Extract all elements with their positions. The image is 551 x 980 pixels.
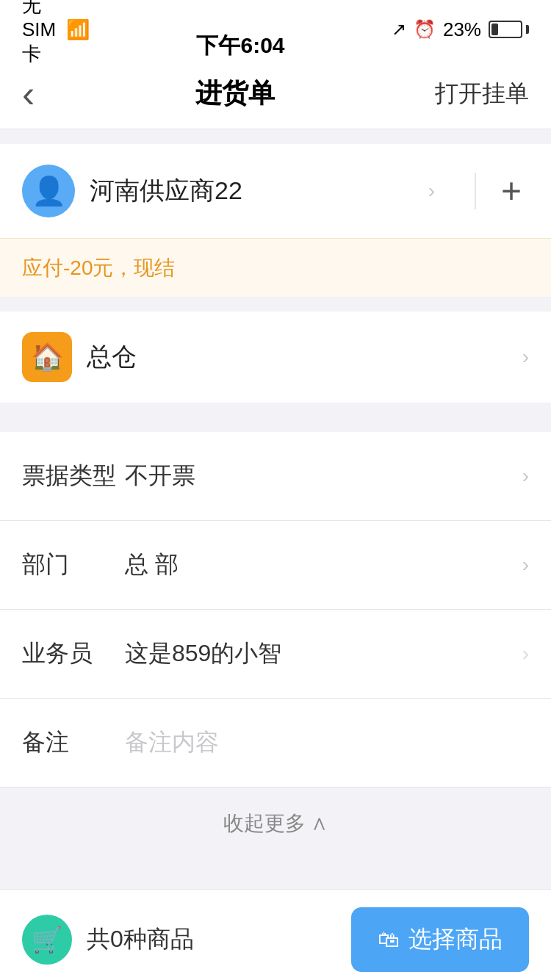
salesperson-chevron-icon: ›	[522, 642, 529, 666]
salesperson-row[interactable]: 业务员 这是859的小智 ›	[0, 610, 551, 699]
warehouse-icon: 🏠	[31, 342, 64, 372]
invoice-type-row[interactable]: 票据类型 不开票 ›	[0, 432, 551, 521]
nav-bar: ‹ 进货单 打开挂单	[0, 59, 551, 129]
product-count: 共0种商品	[87, 923, 351, 956]
supplier-avatar: 👤	[22, 165, 75, 217]
warehouse-chevron-icon: ›	[522, 345, 529, 369]
section-divider-1	[0, 129, 551, 144]
section-divider-2	[0, 297, 551, 311]
product-icon-wrap: 🛒	[22, 915, 72, 965]
invoice-type-chevron-icon: ›	[522, 464, 529, 488]
open-pending-button[interactable]: 打开挂单	[435, 78, 529, 110]
person-icon: 👤	[32, 175, 66, 207]
remarks-row[interactable]: 备注 备注内容	[0, 699, 551, 787]
page-title: 进货单	[195, 76, 275, 112]
department-value: 总 部	[125, 549, 515, 581]
invoice-type-label: 票据类型	[22, 460, 125, 492]
add-supplier-button[interactable]: +	[494, 173, 529, 209]
supplier-row[interactable]: 👤 河南供应商22 › +	[0, 144, 551, 238]
section-divider-4	[0, 860, 551, 874]
wifi-icon: 📶	[66, 18, 90, 41]
invoice-type-value: 不开票	[125, 460, 515, 492]
alert-banner: 应付-20元，现结	[0, 238, 551, 297]
warehouse-name: 总仓	[87, 340, 522, 374]
back-button[interactable]: ‹	[22, 75, 35, 113]
select-product-icon: 🛍	[378, 927, 400, 952]
status-left: 无 SIM 卡 📶	[22, 0, 90, 67]
collapse-section[interactable]: 收起更多 ∧	[0, 787, 551, 860]
section-divider-3	[0, 403, 551, 417]
status-bar: 无 SIM 卡 📶 下午6:04 ↗ ⏰ 23%	[0, 0, 551, 59]
remarks-placeholder[interactable]: 备注内容	[125, 727, 529, 759]
select-product-label: 选择商品	[408, 923, 503, 956]
salesperson-label: 业务员	[22, 638, 125, 670]
department-row[interactable]: 部门 总 部 ›	[0, 521, 551, 610]
department-label: 部门	[22, 549, 125, 581]
alarm-icon: ⏰	[414, 19, 436, 40]
time-display: 下午6:04	[196, 31, 284, 61]
warehouse-section: 🏠 总仓 ›	[0, 311, 551, 403]
battery-percent: 23%	[443, 18, 481, 41]
supplier-section: 👤 河南供应商22 › + 应付-20元，现结	[0, 144, 551, 297]
form-section: 票据类型 不开票 › 部门 总 部 › 业务员 这是859的小智 › 备注 备注…	[0, 432, 551, 787]
salesperson-value: 这是859的小智	[125, 638, 515, 670]
main-content: 👤 河南供应商22 › + 应付-20元，现结 🏠 总仓 › 票据类型 不开票	[0, 129, 551, 980]
warehouse-row[interactable]: 🏠 总仓 ›	[0, 311, 551, 403]
bottom-bar: 🛒 共0种商品 🛍 选择商品	[0, 889, 551, 980]
supplier-chevron-icon: ›	[428, 179, 435, 203]
department-chevron-icon: ›	[522, 553, 529, 577]
battery-indicator	[489, 21, 529, 38]
warehouse-icon-wrap: 🏠	[22, 332, 72, 382]
supplier-name: 河南供应商22	[90, 174, 428, 208]
gps-icon: ↗	[392, 19, 406, 40]
supplier-divider	[475, 173, 476, 209]
select-product-button[interactable]: 🛍 选择商品	[351, 907, 529, 972]
remarks-label: 备注	[22, 727, 125, 759]
carrier-label: 无 SIM 卡	[22, 0, 59, 67]
status-right: ↗ ⏰ 23%	[392, 18, 529, 41]
collapse-label[interactable]: 收起更多 ∧	[223, 810, 328, 837]
product-icon: 🛒	[32, 925, 62, 954]
alert-text: 应付-20元，现结	[22, 256, 175, 279]
